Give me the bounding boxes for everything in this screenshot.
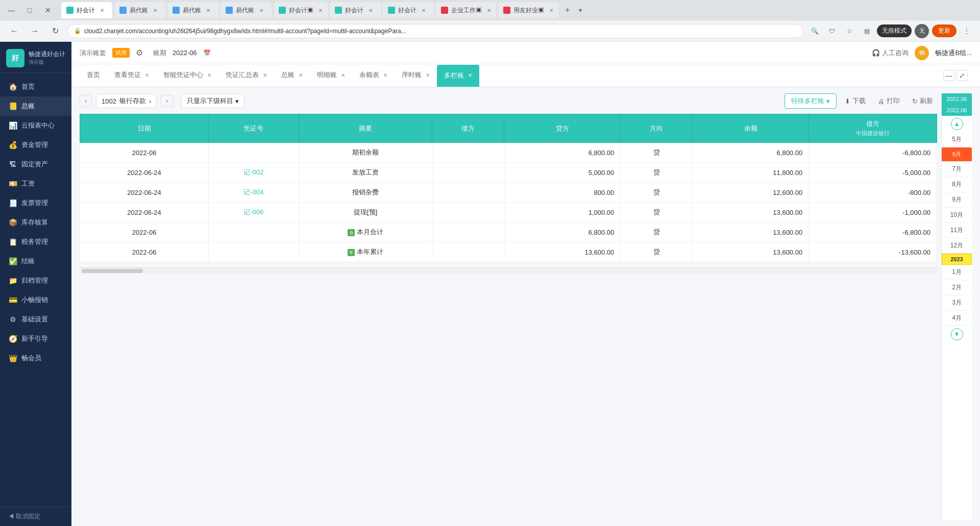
cal-prev-btn[interactable]: ▲	[951, 118, 963, 130]
back-button[interactable]: ←	[6, 23, 22, 39]
sidebar-item-member[interactable]: 👑 畅会员	[0, 348, 71, 368]
account-selector[interactable]: 1002 银行存款 ›	[96, 94, 157, 108]
cal-nav-down[interactable]: ▼	[942, 326, 972, 342]
browser-tab-7[interactable]: 好会计 ✕	[383, 2, 434, 18]
sidebar-item-reports[interactable]: 📊 云报表中心	[0, 116, 71, 135]
cal-month-5[interactable]: 5月	[942, 132, 972, 147]
star-icon[interactable]: ☆	[842, 24, 856, 38]
tab-close-8[interactable]: ✕	[487, 8, 491, 13]
cal-month-12[interactable]: 12月	[942, 238, 972, 254]
special-multicolumn-button[interactable]: 特殊多栏账 ▾	[785, 93, 837, 109]
shield-icon[interactable]: 🛡	[825, 24, 839, 38]
sidebar-item-inventory[interactable]: 📦 库存核算	[0, 213, 71, 232]
sidebar-item-assets[interactable]: 🏗 固定资产	[0, 155, 71, 174]
tab-balance-close[interactable]: ✕	[383, 72, 387, 78]
cal-month-7[interactable]: 7月	[942, 162, 972, 177]
cell-voucher-link[interactable]: 记-006	[209, 203, 299, 222]
tab-voucher-summary-close[interactable]: ✕	[263, 72, 267, 78]
stealth-mode-button[interactable]: 无痕模式	[877, 24, 912, 37]
tab-home[interactable]: 首页	[80, 64, 107, 87]
sidebar-item-archive[interactable]: 📁 归档管理	[0, 271, 71, 290]
panel-minimize-icon[interactable]: —	[943, 70, 954, 81]
browser-tab-4[interactable]: 好会计 ✕	[61, 2, 112, 18]
browser-tab-2[interactable]: 易代账 ✕	[167, 2, 218, 18]
tab-multi-column[interactable]: 多栏账 ✕	[437, 65, 479, 87]
tab-balance[interactable]: 余额表 ✕	[352, 64, 395, 87]
tab-close-1[interactable]: ✕	[153, 8, 157, 13]
next-account-button[interactable]: ›	[161, 95, 173, 107]
tab-detail-ledger-close[interactable]: ✕	[341, 72, 345, 78]
tab-general-ledger[interactable]: 总账 ✕	[274, 64, 310, 87]
tab-sequence-close[interactable]: ✕	[426, 72, 430, 78]
sidebar-item-expense[interactable]: 💳 小畅报销	[0, 290, 71, 310]
cal-month-2023-2[interactable]: 2月	[942, 280, 972, 295]
browser-tab-6[interactable]: 好会计 ✕	[330, 2, 381, 18]
tab-smart-voucher[interactable]: 智能凭证中心 ✕	[156, 64, 218, 87]
unpin-button[interactable]: ◀ 取消固定	[8, 512, 63, 521]
tab-close-9[interactable]: ✕	[549, 8, 553, 13]
filter-dropdown[interactable]: 只显示下级科目 ▾	[181, 94, 244, 108]
reload-button[interactable]: ↻	[47, 23, 63, 39]
forward-button[interactable]: →	[27, 23, 43, 39]
settings-gear-icon[interactable]: ⚙	[136, 48, 143, 58]
sidebar-item-invoices[interactable]: 🧾 发票管理	[0, 193, 71, 213]
print-button[interactable]: 🖨 打印	[874, 94, 904, 108]
profile-button[interactable]: 无	[915, 24, 929, 38]
tab-sequence[interactable]: 序时账 ✕	[395, 64, 437, 87]
cell-voucher-link[interactable]: 记-002	[209, 163, 299, 183]
table-scroll-container[interactable]: 日期 凭证号 摘要 借方 贷方 方向 余额 借方 中国建设银行	[80, 114, 937, 262]
prev-account-button[interactable]: ‹	[80, 95, 92, 107]
cal-month-2023-3[interactable]: 3月	[942, 295, 972, 311]
more-icon[interactable]: ⋮	[960, 24, 974, 38]
cal-month-10[interactable]: 10月	[942, 208, 972, 223]
h-scroll-thumb[interactable]	[82, 269, 143, 273]
cal-month-2023-1[interactable]: 1月	[942, 265, 972, 280]
sidebar-item-settings[interactable]: ⚙ 基础设置	[0, 310, 71, 329]
cal-month-8[interactable]: 8月	[942, 177, 972, 192]
tab-close-5[interactable]: ✕	[318, 8, 323, 13]
sidebar-item-guide[interactable]: 🧭 新手引导	[0, 329, 71, 348]
tab-close-6[interactable]: ✕	[369, 8, 373, 13]
search-icon[interactable]: 🔍	[807, 24, 822, 38]
close-btn[interactable]: ✕	[41, 3, 55, 17]
maximize-btn[interactable]: □	[22, 3, 37, 17]
tab-multi-column-close[interactable]: ✕	[468, 72, 472, 78]
cal-nav-up[interactable]: ▲	[942, 116, 972, 132]
tab-close-2[interactable]: ✕	[206, 8, 210, 13]
cal-month-11[interactable]: 11月	[942, 223, 972, 238]
browser-tab-9[interactable]: 用友好业▣ ✕	[498, 2, 558, 18]
sidebar-item-ledger[interactable]: 📒 总账	[0, 96, 71, 116]
user-avatar[interactable]: 畅	[915, 46, 929, 60]
sidebar-item-tax[interactable]: 📋 税务管理	[0, 232, 71, 252]
browser-tab-1[interactable]: 易代账 ✕	[114, 2, 165, 18]
new-tab-button[interactable]: +	[560, 3, 575, 17]
cal-next-btn[interactable]: ▼	[951, 328, 963, 340]
cal-month-2023-4[interactable]: 4月	[942, 311, 972, 326]
browser-tab-5[interactable]: 好会计▣ ✕	[274, 2, 328, 18]
tab-general-ledger-close[interactable]: ✕	[299, 72, 303, 78]
minimize-btn[interactable]: —	[4, 3, 18, 17]
tab-smart-voucher-close[interactable]: ✕	[207, 72, 211, 78]
help-button[interactable]: 🎧 人工咨询	[872, 48, 909, 58]
refresh-button[interactable]: ↻ 刷新	[908, 94, 937, 108]
cal-month-9[interactable]: 9月	[942, 192, 972, 208]
cal-month-6[interactable]: 6月	[942, 147, 972, 162]
tab-close-3[interactable]: ✕	[259, 8, 263, 13]
address-bar[interactable]: 🔒 cloud2.chanjet.com/accounting/uh26t264…	[67, 24, 803, 38]
update-button[interactable]: 更新	[932, 24, 957, 37]
cell-voucher-link[interactable]: 记-004	[209, 183, 299, 203]
sidebar-item-funds[interactable]: 💰 资金管理	[0, 135, 71, 155]
browser-tab-8[interactable]: 企业工作▣ ✕	[436, 2, 496, 18]
sidebar-item-home[interactable]: 🏠 首页	[0, 77, 71, 96]
calendar-icon[interactable]: 📅	[203, 49, 211, 57]
sidebar-toggle-icon[interactable]: ▤	[860, 24, 874, 38]
download-button[interactable]: ⬇ 下载	[841, 94, 870, 108]
panel-expand-icon[interactable]: ⤢	[957, 70, 968, 81]
tab-view-voucher-close[interactable]: ✕	[145, 72, 149, 78]
tab-detail-ledger[interactable]: 明细账 ✕	[310, 64, 352, 87]
tab-close-4[interactable]: ✕	[100, 8, 104, 13]
tab-view-voucher[interactable]: 查看凭证 ✕	[107, 64, 156, 87]
sidebar-item-closing[interactable]: ✅ 结账	[0, 252, 71, 271]
tab-voucher-summary[interactable]: 凭证汇总表 ✕	[218, 64, 274, 87]
browser-tab-3[interactable]: 易代账 ✕	[220, 2, 272, 18]
